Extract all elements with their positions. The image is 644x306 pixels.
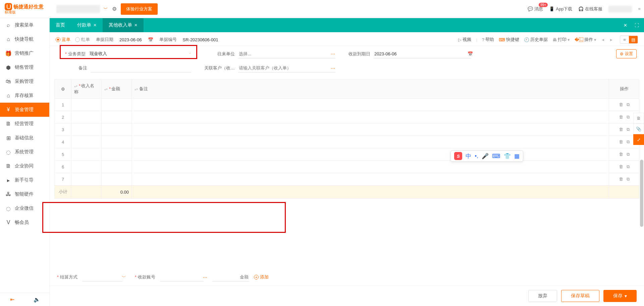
sidebar-item-marketing[interactable]: 🎁营销推广 [0, 46, 49, 60]
col-amount[interactable]: ▴▾*金额 [102, 80, 132, 99]
due-date-input[interactable] [374, 50, 471, 58]
cell-amount[interactable] [102, 123, 132, 136]
row-copy-icon[interactable]: ⧉ [627, 102, 630, 107]
close-icon[interactable]: ✕ [93, 23, 97, 28]
party-select[interactable] [238, 50, 335, 58]
settle-method-select[interactable] [82, 273, 122, 282]
sidebar-item-basedata[interactable]: ⊞基础信息 [0, 131, 49, 145]
row-copy-icon[interactable]: ⧉ [627, 164, 630, 169]
sidebar-item-hardware[interactable]: 🖧智能硬件 [0, 187, 49, 201]
org-caret-icon[interactable]: ﹀ [103, 6, 108, 12]
cell-income-name[interactable] [71, 161, 102, 173]
biz-type-select[interactable] [89, 50, 190, 58]
sidebar-item-funds[interactable]: ¥资金管理 [0, 103, 49, 117]
ime-lang[interactable]: 中 [466, 152, 471, 160]
table-row[interactable]: 3🗑⧉ [55, 123, 639, 136]
sidebar-item-sales[interactable]: ⬢销售管理 [0, 60, 49, 74]
more-icon[interactable]: ⋯ [203, 275, 208, 280]
action-ops[interactable]: �⿺操作▾ [575, 37, 596, 43]
sidebar-item-operations[interactable]: 🗎经营管理 [0, 117, 49, 131]
action-print[interactable]: 🖶打印▾ [552, 37, 570, 43]
radio-red[interactable]: 红单 [75, 37, 90, 43]
cell-amount[interactable] [102, 173, 132, 186]
trial-industry-button[interactable]: 体验行业方案 [121, 3, 158, 15]
tab-payment[interactable]: 付款单✕ [71, 18, 103, 32]
more-icon[interactable]: ⋯ [331, 66, 335, 71]
sidebar-item-guide[interactable]: ▸新手引导 [0, 173, 49, 187]
sidebar-item-system[interactable]: ◌系统管理 [0, 145, 49, 159]
cell-amount[interactable] [102, 148, 132, 161]
radio-blue[interactable]: 蓝单 [56, 37, 70, 43]
action-history[interactable]: 🕘历史单据 [524, 37, 548, 43]
form-settings-button[interactable]: ⚙设置 [616, 49, 637, 58]
rail-expand-icon[interactable]: ⤢ [633, 134, 644, 145]
row-delete-icon[interactable]: 🗑 [619, 127, 623, 132]
table-row[interactable]: 5🗑⧉ [55, 148, 639, 161]
calendar-icon[interactable]: 📅 [148, 37, 153, 42]
action-help[interactable]: ?帮助 [482, 37, 494, 43]
view-list-icon[interactable]: ≡ [620, 36, 629, 43]
view-form-icon[interactable]: ▤ [629, 36, 638, 43]
cell-remark[interactable] [132, 136, 609, 148]
online-service-button[interactable]: 🎧 在线客服 [578, 6, 602, 12]
settle-amount-input[interactable] [212, 273, 249, 282]
table-row[interactable]: 7🗑⧉ [55, 173, 639, 186]
sidebar-item-wechat[interactable]: ◌企业微信 [0, 201, 49, 215]
row-copy-icon[interactable]: ⧉ [627, 114, 630, 120]
cell-income-name[interactable] [71, 111, 102, 123]
rel-customer-input[interactable] [238, 64, 335, 72]
row-copy-icon[interactable]: ⧉ [627, 127, 630, 132]
ime-toolbar[interactable]: S 中 •, 🎤 ⌨ 👕 ▦ [450, 150, 523, 162]
tab-home[interactable]: 首页 [50, 18, 71, 32]
cell-income-name[interactable] [71, 123, 102, 136]
cell-remark[interactable] [132, 123, 609, 136]
nav-prev-icon[interactable]: ◂ [601, 37, 605, 42]
add-settlement-button[interactable]: +添加 [254, 274, 269, 280]
row-copy-icon[interactable]: ⧉ [627, 176, 630, 182]
tab-other-income[interactable]: 其他收入单✕ [103, 18, 144, 32]
action-shortcut[interactable]: ⌨快捷键 [499, 37, 519, 43]
cell-amount[interactable] [102, 99, 132, 111]
calendar-icon[interactable]: 📅 [468, 51, 473, 56]
sidebar-item-search[interactable]: ⌕搜索菜单 [0, 18, 49, 32]
row-delete-icon[interactable]: 🗑 [619, 152, 623, 157]
cell-income-name[interactable] [71, 148, 102, 161]
cell-amount[interactable] [102, 161, 132, 173]
cell-income-name[interactable] [71, 99, 102, 111]
sidebar-item-purchase[interactable]: 🛍采购管理 [0, 74, 49, 89]
sidebar-item-vip[interactable]: V畅会员 [0, 215, 49, 230]
row-copy-icon[interactable]: ⧉ [627, 152, 630, 157]
settle-account-select[interactable] [160, 273, 204, 282]
cell-income-name[interactable] [71, 136, 102, 148]
ime-skin-icon[interactable]: 👕 [504, 153, 511, 160]
cell-amount[interactable] [102, 111, 132, 123]
more-icon[interactable]: ⋯ [331, 51, 335, 56]
save-draft-button[interactable]: 保存草稿 [561, 290, 599, 302]
row-delete-icon[interactable]: 🗑 [619, 164, 623, 169]
ime-punct-icon[interactable]: •, [475, 153, 478, 159]
rail-note-icon[interactable]: 🗎 [633, 113, 644, 123]
save-button[interactable]: 保存▾ [603, 290, 637, 302]
row-delete-icon[interactable]: 🗑 [619, 176, 623, 182]
nav-next-icon[interactable]: ▸ [609, 37, 613, 42]
table-row[interactable]: 4🗑⧉ [55, 136, 639, 148]
sidebar-item-collab[interactable]: 🗎企业协同 [0, 159, 49, 173]
table-row[interactable]: 6🗑⧉ [55, 161, 639, 173]
cell-remark[interactable] [132, 173, 609, 186]
col-settings[interactable]: ⚙ [55, 80, 71, 99]
cell-remark[interactable] [132, 111, 609, 123]
remark-input[interactable] [91, 64, 191, 72]
row-copy-icon[interactable]: ⧉ [627, 139, 630, 145]
cell-amount[interactable] [102, 136, 132, 148]
cell-remark[interactable] [132, 161, 609, 173]
sidebar-item-inventory[interactable]: ⌂库存核算 [0, 89, 49, 103]
menu-icon[interactable]: ≡ [638, 6, 641, 11]
col-income-name[interactable]: ▴▾*收入名称 [71, 80, 102, 99]
sidebar-sound-icon[interactable]: 🔈 [25, 293, 50, 306]
cell-remark[interactable] [132, 99, 609, 111]
table-row[interactable]: 2🗑⧉ [55, 111, 639, 123]
row-delete-icon[interactable]: 🗑 [619, 102, 623, 107]
cell-remark[interactable] [132, 148, 609, 161]
sidebar-item-quicknav[interactable]: ⌂快捷导航 [0, 32, 49, 46]
row-delete-icon[interactable]: 🗑 [619, 114, 623, 120]
